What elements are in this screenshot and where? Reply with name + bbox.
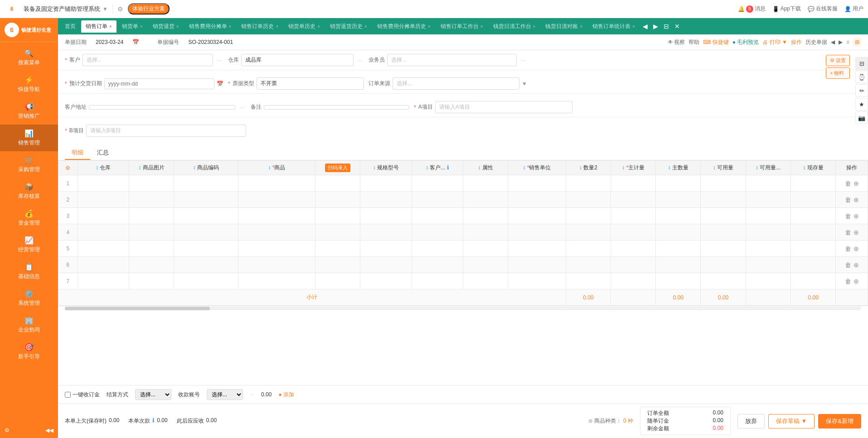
row1-current-stock[interactable] — [790, 175, 835, 192]
row4-customer-code[interactable] — [412, 224, 463, 241]
float-btn-3[interactable]: ✏ — [855, 84, 868, 97]
row7-main-qty[interactable] — [656, 273, 701, 289]
th-product[interactable]: ↕ *商品 — [238, 161, 315, 175]
invoice-select[interactable]: 不开票 — [257, 77, 364, 90]
print-action[interactable]: 🖨 打印 ▼ — [762, 39, 787, 46]
row3-available2[interactable] — [746, 208, 790, 224]
row5-main-qty[interactable] — [656, 241, 701, 257]
shortcut-action[interactable]: ⌨ 快捷键 — [703, 39, 728, 46]
row4-current-stock[interactable] — [790, 224, 835, 241]
profit-action[interactable]: ● 毛利预览 — [732, 39, 759, 46]
row5-code[interactable] — [174, 241, 238, 257]
a-project-input[interactable]: 请输入A项目 — [435, 101, 572, 113]
row7-spec[interactable] — [360, 273, 412, 289]
sidebar-item-sales[interactable]: 📊 销售管理 — [0, 125, 58, 151]
receipt-more-icon[interactable]: ··· — [250, 391, 254, 398]
th-spec[interactable]: ↕ 规格型号 — [360, 161, 412, 175]
row6-attribute[interactable] — [463, 257, 508, 273]
delivery-input[interactable] — [104, 78, 214, 89]
row6-qty2[interactable] — [566, 257, 611, 273]
collapse-icon[interactable]: ◀◀ — [45, 427, 53, 433]
tab-reconcile[interactable]: 钱货日清对账 × — [541, 20, 587, 33]
row2-image[interactable] — [129, 192, 174, 208]
row6-current-stock[interactable] — [790, 257, 835, 273]
nav-prev[interactable]: ◀ — [831, 39, 835, 45]
tab-workbench-close[interactable]: × — [480, 24, 483, 29]
warehouse-input[interactable]: 成品库 — [241, 54, 354, 66]
sidebar-item-basic[interactable]: 📋 基础信息 — [0, 258, 58, 285]
tab-sales-order[interactable]: 销售订单 × — [81, 20, 116, 33]
app-download-item[interactable]: 📱 App下载 — [772, 5, 801, 13]
row1-main-qty[interactable] — [656, 175, 701, 192]
tab-fee-split[interactable]: 销售费用分摊单 × — [184, 20, 236, 33]
th-available[interactable]: ↕ 可用量 — [701, 161, 746, 175]
tab-prev-btn[interactable]: ◀ — [640, 22, 650, 31]
operation-action[interactable]: 操作 — [791, 39, 802, 46]
save-button[interactable]: 保存&新增 — [818, 414, 861, 428]
row5-available[interactable] — [701, 241, 746, 257]
row4-attribute[interactable] — [463, 224, 508, 241]
row7-delete-icon[interactable]: 🗑 — [845, 278, 851, 285]
row5-qty2[interactable] — [566, 241, 611, 257]
row6-available2[interactable] — [746, 257, 790, 273]
row1-qty2[interactable] — [566, 175, 611, 192]
history-action[interactable]: 历史单据 — [805, 39, 827, 46]
row7-available2[interactable] — [746, 273, 790, 289]
row7-unit[interactable] — [508, 273, 566, 289]
row1-image[interactable] — [129, 175, 174, 192]
row1-available[interactable] — [701, 175, 746, 192]
materials-btn[interactable]: + 物料 — [826, 67, 850, 79]
row7-attribute[interactable] — [463, 273, 508, 289]
warehouse-more[interactable]: ··· — [356, 57, 364, 64]
row1-delete-icon[interactable]: 🗑 — [845, 180, 851, 187]
row4-warehouse[interactable] — [78, 224, 129, 241]
float-btn-4[interactable]: ★ — [855, 98, 868, 111]
th-main-qty[interactable]: ↕ 主数量 — [656, 161, 701, 175]
th-qty2[interactable]: ↕ 数量2 — [566, 161, 611, 175]
row5-current-stock[interactable] — [790, 241, 835, 257]
row2-available2[interactable] — [746, 192, 790, 208]
horizontal-scrollbar[interactable] — [58, 306, 868, 310]
b-project-input[interactable]: 请输入B项目 — [86, 125, 246, 137]
discard-button[interactable]: 放弃 — [737, 414, 765, 428]
row4-delete-icon[interactable]: 🗑 — [845, 229, 851, 236]
settings-bottom-icon[interactable]: ⚙ — [5, 427, 10, 433]
sidebar-item-inventory[interactable]: 📦 库存核算 — [0, 178, 58, 205]
tab-close-btn[interactable]: ✕ — [672, 22, 682, 31]
delivery-calendar-icon[interactable]: 📅 — [217, 81, 223, 87]
customer-input[interactable]: 选择... — [82, 54, 213, 66]
address-input[interactable] — [89, 105, 236, 110]
row1-warehouse[interactable] — [78, 175, 129, 192]
row3-available[interactable] — [701, 208, 746, 224]
row7-current-stock[interactable] — [790, 273, 835, 289]
th-customer-code[interactable]: ↕ 客户... ℹ — [412, 161, 463, 175]
address-more[interactable]: ··· — [238, 104, 246, 111]
tab-workbench[interactable]: 销售订单工作台 × — [436, 20, 488, 33]
row4-available[interactable] — [701, 224, 746, 241]
row2-current-stock[interactable] — [790, 192, 835, 208]
sidebar-item-finance[interactable]: 💰 资金管理 — [0, 205, 58, 231]
row1-customer-code[interactable] — [412, 175, 463, 192]
salesperson-more[interactable]: ··· — [519, 57, 527, 64]
nav-next[interactable]: ▶ — [839, 39, 843, 45]
user-item[interactable]: 👤 用户 — [844, 5, 863, 13]
order-source-select[interactable]: 选择... — [393, 77, 519, 90]
tab-stats-close[interactable]: × — [632, 24, 635, 29]
sidebar-item-quicknav[interactable]: ⚡ 快捷导航 — [0, 71, 58, 98]
row4-product[interactable] — [238, 224, 315, 241]
row6-copy-icon[interactable]: ⊕ — [853, 261, 859, 269]
tab-daily-workbench-close[interactable]: × — [533, 24, 536, 29]
th-attribute[interactable]: ↕ 属性 — [463, 161, 508, 175]
th-settings[interactable]: ⚙ — [58, 161, 78, 175]
row4-qty2[interactable] — [566, 224, 611, 241]
row6-unit[interactable] — [508, 257, 566, 273]
row2-delete-icon[interactable]: 🗑 — [845, 196, 851, 203]
row4-main-unit[interactable] — [611, 224, 655, 241]
row5-copy-icon[interactable]: ⊕ — [853, 245, 859, 252]
row2-main-qty[interactable] — [656, 192, 701, 208]
row3-copy-icon[interactable]: ⊕ — [853, 212, 859, 220]
th-image[interactable]: ↕ 商品图片 — [129, 161, 174, 175]
row4-spec[interactable] — [360, 224, 412, 241]
row6-code[interactable] — [174, 257, 238, 273]
tab-next-btn[interactable]: ▶ — [651, 22, 660, 31]
